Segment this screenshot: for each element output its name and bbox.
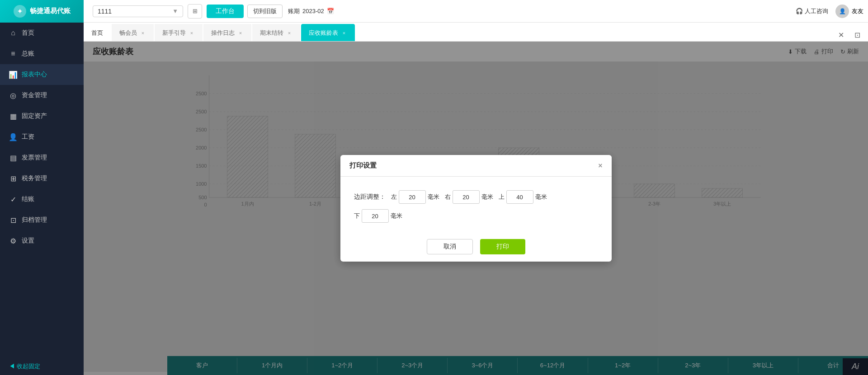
sidebar-item-settle[interactable]: ✓ 结账 bbox=[0, 189, 84, 210]
left-unit: 毫米 bbox=[428, 193, 439, 201]
right-margin-input[interactable] bbox=[453, 190, 480, 204]
modal-overlay: 打印设置 × 边距调整： 左 毫米 右 bbox=[84, 42, 868, 375]
print-confirm-button[interactable]: 打印 bbox=[480, 239, 525, 254]
left-label: 左 bbox=[391, 193, 397, 201]
bottom-label: 下 bbox=[354, 212, 360, 220]
left-margin-input[interactable] bbox=[399, 190, 426, 204]
tab-guide[interactable]: 新手引导 × bbox=[155, 24, 203, 41]
sidebar-collapse[interactable]: ◀ 收起固定 bbox=[0, 358, 84, 375]
tab-member[interactable]: 畅会员 × bbox=[112, 24, 154, 41]
tab-period-end[interactable]: 期末结转 × bbox=[252, 24, 300, 41]
company-dropdown-icon: ▼ bbox=[172, 8, 178, 14]
avatar: 👤 bbox=[835, 5, 849, 18]
tabs-right: ✕ ⊡ bbox=[835, 28, 868, 41]
tab-guide-label: 新手引导 bbox=[162, 29, 186, 37]
bottom-unit: 毫米 bbox=[391, 212, 402, 220]
main-layout: ⌂ 首页 ≡ 总账 📊 报表中心 ◎ 资金管理 ▦ 固定资产 👤 工资 ▤ 发票… bbox=[0, 23, 868, 375]
consult-button[interactable]: 🎧 人工咨询 bbox=[796, 7, 828, 15]
sidebar-item-settings-label: 设置 bbox=[22, 237, 34, 245]
right-label: 右 bbox=[445, 193, 451, 201]
logo-area: ✦ 畅捷通易代账 bbox=[0, 0, 84, 23]
copy-button[interactable]: ⊞ bbox=[188, 4, 202, 19]
workbench-button[interactable]: 工作台 bbox=[207, 5, 244, 18]
sidebar-item-invoice[interactable]: ▤ 发票管理 bbox=[0, 147, 84, 168]
tab-guide-close[interactable]: × bbox=[189, 30, 195, 36]
sidebar-item-funds[interactable]: ◎ 资金管理 bbox=[0, 85, 84, 106]
dialog-body: 边距调整： 左 毫米 右 毫米 bbox=[340, 177, 612, 232]
right-unit: 毫米 bbox=[481, 193, 493, 201]
sidebar-item-settle-label: 结账 bbox=[22, 195, 34, 203]
tab-home[interactable]: 首页 bbox=[84, 24, 111, 41]
tab-member-label: 畅会员 bbox=[119, 29, 137, 37]
tab-maximize[interactable]: ⊡ bbox=[851, 28, 863, 41]
dialog-footer: 取消 打印 bbox=[340, 232, 612, 262]
dialog-close-icon[interactable]: × bbox=[598, 162, 602, 170]
right-margin-group: 右 毫米 bbox=[445, 190, 493, 204]
tab-aging[interactable]: 应收账龄表 × bbox=[301, 24, 355, 41]
tab-period-end-close[interactable]: × bbox=[286, 30, 292, 36]
dialog-header: 打印设置 × bbox=[340, 155, 612, 177]
sidebar-item-home[interactable]: ⌂ 首页 bbox=[0, 23, 84, 43]
cancel-button[interactable]: 取消 bbox=[427, 239, 473, 254]
sidebar-item-settings[interactable]: ⚙ 设置 bbox=[0, 230, 84, 251]
sidebar-item-tax[interactable]: ⊞ 税务管理 bbox=[0, 168, 84, 189]
margin-row: 边距调整： 左 毫米 右 毫米 bbox=[354, 190, 598, 223]
sidebar-item-reports[interactable]: 📊 报表中心 bbox=[0, 64, 84, 85]
copy-icon: ⊞ bbox=[193, 8, 198, 14]
tabs-bar: 首页 畅会员 × 新手引导 × 操作日志 × 期末结转 × 应收账龄表 × bbox=[84, 23, 868, 42]
sidebar-item-salary[interactable]: 👤 工资 bbox=[0, 127, 84, 147]
consult-icon: 🎧 bbox=[796, 8, 803, 14]
tab-period-end-label: 期末结转 bbox=[260, 29, 283, 37]
tab-oplog[interactable]: 操作日志 × bbox=[203, 24, 251, 41]
logo-text: 畅捷通易代账 bbox=[30, 7, 71, 15]
sidebar-item-archive-label: 归档管理 bbox=[22, 216, 47, 224]
tax-icon: ⊞ bbox=[9, 174, 17, 183]
header-right: 🎧 人工咨询 👤 友友 bbox=[796, 5, 863, 18]
funds-icon: ◎ bbox=[9, 91, 17, 99]
tab-oplog-close[interactable]: × bbox=[237, 30, 244, 36]
tab-home-label: 首页 bbox=[91, 29, 103, 37]
settings-icon: ⚙ bbox=[9, 237, 17, 245]
sidebar: ⌂ 首页 ≡ 总账 📊 报表中心 ◎ 资金管理 ▦ 固定资产 👤 工资 ▤ 发票… bbox=[0, 23, 84, 375]
dialog-title: 打印设置 bbox=[349, 161, 377, 170]
period-label: 账期 2023-02 📅 bbox=[288, 7, 334, 15]
collapse-label: ◀ 收起固定 bbox=[9, 362, 40, 370]
salary-icon: 👤 bbox=[9, 133, 17, 141]
user-area[interactable]: 👤 友友 bbox=[835, 5, 863, 18]
sidebar-item-ledger[interactable]: ≡ 总账 bbox=[0, 43, 84, 64]
calendar-icon[interactable]: 📅 bbox=[327, 8, 334, 14]
tab-close-window[interactable]: ✕ bbox=[835, 28, 847, 41]
settle-icon: ✓ bbox=[9, 195, 17, 203]
period-value: 2023-02 bbox=[302, 8, 324, 14]
sidebar-item-ledger-label: 总账 bbox=[22, 50, 34, 58]
sidebar-item-archive[interactable]: ⊡ 归档管理 bbox=[0, 210, 84, 230]
tab-member-close[interactable]: × bbox=[140, 30, 146, 36]
fixed-icon: ▦ bbox=[9, 112, 17, 120]
reports-icon: 📊 bbox=[9, 70, 17, 79]
top-label: 上 bbox=[499, 193, 505, 201]
sidebar-item-funds-label: 资金管理 bbox=[22, 91, 47, 99]
consult-label: 人工咨询 bbox=[805, 7, 828, 15]
top-header: ✦ 畅捷通易代账 1111 ▼ ⊞ 工作台 切到旧版 账期 2023-02 📅 … bbox=[0, 0, 868, 23]
page-content: 应收账龄表 ⬇ 下载 🖨 打印 ↻ 刷新 bbox=[84, 42, 868, 375]
sidebar-item-home-label: 首页 bbox=[22, 29, 34, 37]
user-label: 友友 bbox=[852, 7, 863, 15]
switch-button[interactable]: 切到旧版 bbox=[247, 5, 283, 18]
sidebar-item-salary-label: 工资 bbox=[22, 133, 34, 141]
tab-oplog-label: 操作日志 bbox=[211, 29, 235, 37]
content-area: 首页 畅会员 × 新手引导 × 操作日志 × 期末结转 × 应收账龄表 × bbox=[84, 23, 868, 375]
left-margin-group: 左 毫米 bbox=[391, 190, 439, 204]
sidebar-item-reports-label: 报表中心 bbox=[22, 70, 47, 79]
logo-icon: ✦ bbox=[14, 5, 26, 18]
sidebar-item-fixed-label: 固定资产 bbox=[22, 112, 47, 120]
tab-aging-label: 应收账龄表 bbox=[309, 29, 338, 37]
print-settings-dialog: 打印设置 × 边距调整： 左 毫米 右 bbox=[340, 155, 612, 262]
bottom-margin-input[interactable] bbox=[362, 209, 389, 223]
invoice-icon: ▤ bbox=[9, 154, 17, 162]
company-selector[interactable]: 1111 ▼ bbox=[93, 5, 183, 17]
ledger-icon: ≡ bbox=[9, 50, 17, 58]
top-margin-input[interactable] bbox=[506, 190, 533, 204]
top-margin-group: 上 毫米 bbox=[499, 190, 547, 204]
sidebar-item-fixed[interactable]: ▦ 固定资产 bbox=[0, 106, 84, 127]
tab-aging-close[interactable]: × bbox=[341, 30, 347, 36]
